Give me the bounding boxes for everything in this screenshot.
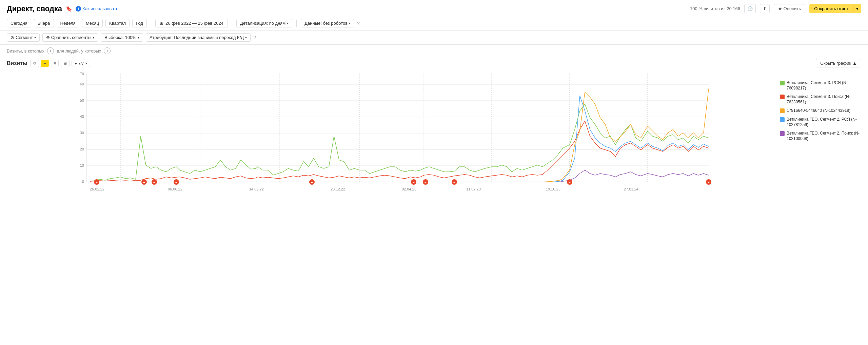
line-chart-button[interactable]: ━ xyxy=(41,60,49,67)
legend-item-2[interactable]: Ветклиника. Сегмент 3. Поиск (N-76230561… xyxy=(780,94,861,105)
chevron-down-icon-2: ▾ xyxy=(349,21,351,25)
svg-text:10: 10 xyxy=(80,163,84,167)
svg-text:H: H xyxy=(153,181,155,184)
separator-1 xyxy=(151,20,151,27)
segment-button[interactable]: ⊙ Сегмент ▾ xyxy=(7,33,40,42)
segment-filter-row: Визиты, в которых + для людей, у которых… xyxy=(0,45,868,56)
refresh-chart-button[interactable]: ↻ xyxy=(30,60,39,67)
legend-item-5[interactable]: Ветклиника ГЕО. Сегмент 2. Поиск (N-1021… xyxy=(780,131,861,141)
svg-text:14.09.22: 14.09.22 xyxy=(249,187,264,191)
period-year[interactable]: Год xyxy=(132,19,147,27)
header-left: Директ, сводка 🔖 i Как использовать xyxy=(7,4,118,13)
chart-title: Визиты xyxy=(7,60,27,66)
chart-area: Визиты ↻ ━ ≡ ⊞ ● 7/7 ▾ Скрыть график ▲ xyxy=(0,56,868,200)
history-button[interactable]: 🕐 xyxy=(744,4,756,13)
svg-text:H: H xyxy=(708,181,710,184)
segment-filter-text2: для людей, у которых xyxy=(57,48,101,54)
chart-controls: ↻ ━ ≡ ⊞ ● 7/7 ▾ xyxy=(30,60,90,67)
save-report-dropdown[interactable]: ▾ xyxy=(853,4,861,13)
svg-text:20: 20 xyxy=(80,147,84,151)
separator-3 xyxy=(296,20,297,27)
area-chart-button[interactable]: ≡ xyxy=(51,60,59,67)
sample-button[interactable]: Выборка: 100% ▾ xyxy=(101,33,143,42)
save-report-button[interactable]: Сохранить отчет xyxy=(809,4,853,13)
chart-legend: Ветклиника. Сегмент 3. РСЯ (N-76098217) … xyxy=(780,70,861,145)
legend-label-4: Ветклиника ГЕО. Сегмент 2. РСЯ (N-102781… xyxy=(787,117,861,127)
svg-text:H: H xyxy=(311,181,313,184)
date-range-label: 26 фев 2022 — 25 фев 2024 xyxy=(165,21,223,26)
calendar-icon: ⊞ xyxy=(160,21,163,26)
svg-text:H: H xyxy=(96,181,98,184)
chart-title-row: Визиты ↻ ━ ≡ ⊞ ● 7/7 ▾ xyxy=(7,60,90,67)
svg-text:H: H xyxy=(143,181,145,184)
legend-color-5 xyxy=(780,131,785,136)
svg-text:50: 50 xyxy=(80,98,84,102)
svg-text:H: H xyxy=(453,181,455,184)
compare-label: Сравнить сегменты xyxy=(51,35,92,40)
svg-text:27.01.24: 27.01.24 xyxy=(624,187,638,191)
separator-2 xyxy=(232,20,232,27)
how-to-use-link[interactable]: i Как использовать xyxy=(76,6,118,12)
attr-label: Атрибуция: Последний значимый переход К/… xyxy=(150,35,244,40)
series-count-button[interactable]: ● 7/7 ▾ xyxy=(72,60,90,67)
visits-count: 100 % визитов из 20 166 xyxy=(690,6,740,11)
rate-button[interactable]: ★ Оценить xyxy=(774,4,805,13)
hide-chart-button[interactable]: Скрыть график ▲ xyxy=(816,59,861,67)
info-circle-icon: i xyxy=(76,6,81,12)
legend-color-4 xyxy=(780,117,785,122)
period-quarter[interactable]: Квартал xyxy=(105,19,130,27)
period-week[interactable]: Неделя xyxy=(57,19,79,27)
legend-item-4[interactable]: Ветклиника ГЕО. Сегмент 2. РСЯ (N-102781… xyxy=(780,117,861,127)
legend-item-1[interactable]: Ветклиника. Сегмент 3. РСЯ (N-76098217) xyxy=(780,80,861,91)
legend-item-3[interactable]: 17916640-5446640 (N-102443918) xyxy=(780,108,861,114)
svg-text:02.04.23: 02.04.23 xyxy=(402,187,416,191)
header-right: 100 % визитов из 20 166 🕐 ⬆ ★ Оценить Со… xyxy=(690,4,861,13)
svg-text:0: 0 xyxy=(82,180,84,184)
date-range-button[interactable]: ⊞ 26 фев 2022 — 25 фев 2024 xyxy=(155,19,228,27)
attribution-info-icon[interactable]: ? xyxy=(253,35,256,40)
data-filter-label: Данные: без роботов xyxy=(304,21,348,26)
svg-text:26.02.22: 26.02.22 xyxy=(90,187,104,191)
page-title: Директ, сводка xyxy=(7,4,62,13)
legend-color-3 xyxy=(780,108,785,113)
add-visit-condition-button[interactable]: + xyxy=(47,47,54,54)
svg-text:H: H xyxy=(425,181,427,184)
chart-svg: 0 10 20 30 40 50 60 70 26.02.22 06.0 xyxy=(7,70,773,199)
svg-text:H: H xyxy=(413,181,415,184)
legend-color-2 xyxy=(780,95,785,99)
svg-text:30: 30 xyxy=(80,131,84,135)
period-toolbar: Сегодня Вчера Неделя Месяц Квартал Год ⊞… xyxy=(0,16,868,31)
bookmark-icon[interactable]: 🔖 xyxy=(65,5,72,12)
legend-label-2: Ветклиника. Сегмент 3. Поиск (N-76230561… xyxy=(787,94,861,105)
chart-svg-container: 0 10 20 30 40 50 60 70 26.02.22 06.0 xyxy=(7,70,773,200)
period-today[interactable]: Сегодня xyxy=(7,19,31,27)
segment-icon: ⊙ xyxy=(11,35,14,40)
add-user-condition-button[interactable]: + xyxy=(104,47,111,54)
period-month[interactable]: Месяц xyxy=(82,19,103,27)
period-yesterday[interactable]: Вчера xyxy=(34,19,54,27)
detail-button[interactable]: Детализация: по дням ▾ xyxy=(236,19,292,27)
svg-text:06.06.22: 06.06.22 xyxy=(168,187,182,191)
svg-text:23.12.22: 23.12.22 xyxy=(331,187,345,191)
svg-text:40: 40 xyxy=(80,115,84,119)
series-count-label: 7/7 xyxy=(78,61,84,66)
data-filter-button[interactable]: Данные: без роботов ▾ xyxy=(301,19,354,27)
chevron-up-icon: ▲ xyxy=(852,61,857,66)
svg-text:60: 60 xyxy=(80,82,84,86)
compare-segments-button[interactable]: ⊕ Сравнить сегменты ▾ xyxy=(42,33,98,42)
how-to-use-label: Как использовать xyxy=(82,6,118,11)
page-header: Директ, сводка 🔖 i Как использовать 100 … xyxy=(0,0,868,16)
legend-label-5: Ветклиника ГЕО. Сегмент 2. Поиск (N-1021… xyxy=(787,131,861,141)
attribution-button[interactable]: Атрибуция: Последний значимый переход К/… xyxy=(146,33,251,42)
data-filter-info-icon[interactable]: ? xyxy=(357,21,360,26)
compare-icon: ⊕ xyxy=(46,35,50,40)
filter-bar: ⊙ Сегмент ▾ ⊕ Сравнить сегменты ▾ Выборк… xyxy=(0,31,868,45)
svg-text:H: H xyxy=(569,181,571,184)
legend-label-1: Ветклиника. Сегмент 3. РСЯ (N-76098217) xyxy=(787,80,861,91)
chart-header: Визиты ↻ ━ ≡ ⊞ ● 7/7 ▾ Скрыть график ▲ xyxy=(7,59,861,67)
chevron-down-icon-6: ▾ xyxy=(245,36,247,39)
chevron-down-icon-5: ▾ xyxy=(138,36,139,39)
export-button[interactable]: ⬆ xyxy=(760,4,770,13)
table-chart-button[interactable]: ⊞ xyxy=(61,60,70,67)
svg-text:H: H xyxy=(175,181,177,184)
